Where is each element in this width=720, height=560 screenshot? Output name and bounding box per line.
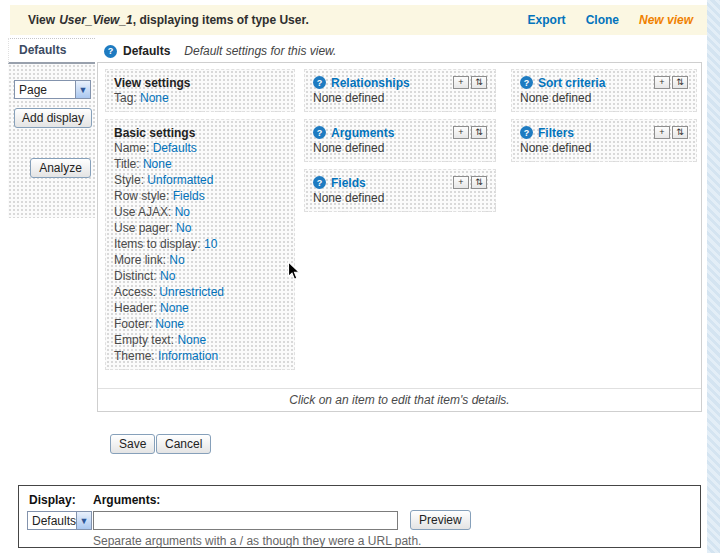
chevron-down-icon: ▼ (75, 81, 90, 98)
help-icon[interactable]: ? (104, 45, 117, 58)
setting-value-link[interactable]: Fields (173, 189, 205, 203)
setting-label: Footer: (114, 317, 152, 331)
view-title-suffix: , displaying items of type User. (133, 13, 309, 27)
fields-title[interactable]: Fields (331, 175, 366, 191)
display-type-select[interactable]: Page ▼ (14, 80, 91, 99)
preview-panel: Display: Arguments: Defaults ▼ Preview S… (18, 485, 701, 548)
rearrange-icon[interactable]: ⇅ (471, 126, 487, 139)
arguments-box: ? Arguments + ⇅ None defined (304, 119, 496, 162)
setting-value-link[interactable]: 10 (204, 237, 217, 251)
panel-footer-note: Click on an item to edit that item's det… (98, 388, 701, 411)
relationships-box: ? Relationships + ⇅ None defined (304, 69, 496, 112)
setting-row: Title: None (114, 156, 286, 172)
setting-value-link[interactable]: None (177, 333, 206, 347)
setting-value-link[interactable]: No (176, 221, 191, 235)
display-controls-sidebar: Page ▼ Add display Analyze (8, 64, 95, 218)
rearrange-icon[interactable]: ⇅ (672, 76, 688, 89)
help-icon[interactable]: ? (313, 126, 326, 139)
setting-value-link[interactable]: Unrestricted (159, 285, 224, 299)
setting-label: Style: (114, 173, 144, 187)
setting-value-link[interactable]: Unformatted (147, 173, 213, 187)
arguments-input[interactable] (93, 511, 398, 530)
display-label: Display: (29, 493, 76, 507)
setting-value-link[interactable]: Defaults (153, 141, 197, 155)
setting-value-link[interactable]: None (155, 317, 184, 331)
setting-row: Name: Defaults (114, 140, 286, 156)
setting-value-link[interactable]: No (160, 269, 175, 283)
help-icon[interactable]: ? (313, 76, 326, 89)
setting-label: Name: (114, 141, 149, 155)
relationships-empty: None defined (313, 90, 487, 106)
rearrange-icon[interactable]: ⇅ (672, 126, 688, 139)
setting-label: Distinct: (114, 269, 157, 283)
setting-label: Use AJAX: (114, 205, 171, 219)
setting-value-link[interactable]: None (140, 91, 169, 105)
display-heading-description: Default settings for this view. (184, 44, 336, 58)
basic-settings-title: Basic settings (114, 125, 195, 141)
setting-label: Header: (114, 301, 157, 315)
clone-link[interactable]: Clone (586, 13, 619, 27)
arguments-label: Arguments: (93, 493, 160, 507)
basic-settings-box: Basic settings Name: Defaults Title: Non… (105, 119, 295, 370)
arguments-title[interactable]: Arguments (331, 125, 394, 141)
filters-empty: None defined (520, 140, 688, 156)
setting-row: Distinct: No (114, 268, 286, 284)
add-icon[interactable]: + (453, 126, 469, 139)
setting-row: Style: Unformatted (114, 172, 286, 188)
sort-criteria-empty: None defined (520, 90, 688, 106)
setting-value-link[interactable]: No (175, 205, 190, 219)
help-icon[interactable]: ? (520, 76, 533, 89)
new-view-link[interactable]: New view (639, 13, 693, 27)
setting-label: Row style: (114, 189, 169, 203)
setting-row: Header: None (114, 300, 286, 316)
setting-label: More link: (114, 253, 166, 267)
setting-value-link[interactable]: Information (158, 349, 218, 363)
add-display-button[interactable]: Add display (14, 108, 92, 128)
help-icon[interactable]: ? (520, 126, 533, 139)
setting-label: Tag: (114, 91, 137, 105)
tab-defaults[interactable]: Defaults (8, 38, 95, 64)
setting-row: Empty text: None (114, 332, 286, 348)
fields-empty: None defined (313, 190, 487, 206)
view-header-bar: ViewUser_View_1, displaying items of typ… (10, 5, 707, 35)
rearrange-icon[interactable]: ⇅ (471, 176, 487, 189)
cancel-button[interactable]: Cancel (156, 434, 211, 454)
preview-display-select[interactable]: Defaults ▼ (27, 511, 92, 530)
preview-button[interactable]: Preview (410, 510, 471, 530)
setting-row: Row style: Fields (114, 188, 286, 204)
setting-row: Use AJAX: No (114, 204, 286, 220)
relationships-title[interactable]: Relationships (331, 75, 410, 91)
setting-label: Use pager: (114, 221, 173, 235)
setting-row: Theme: Information (114, 348, 286, 364)
export-link[interactable]: Export (528, 13, 566, 27)
setting-row-tag: Tag: None (114, 90, 286, 106)
view-title-prefix: View (28, 13, 55, 27)
add-icon[interactable]: + (654, 76, 670, 89)
setting-label: Title: (114, 157, 140, 171)
add-icon[interactable]: + (453, 76, 469, 89)
display-type-value: Page (15, 83, 75, 97)
save-button[interactable]: Save (110, 434, 155, 454)
setting-row: More link: No (114, 252, 286, 268)
page-background-strip (707, 0, 720, 553)
setting-row: Use pager: No (114, 220, 286, 236)
help-icon[interactable]: ? (313, 176, 326, 189)
setting-label: Access: (114, 285, 156, 299)
arguments-empty: None defined (313, 140, 487, 156)
analyze-button[interactable]: Analyze (30, 158, 91, 178)
view-title: ViewUser_View_1, displaying items of typ… (28, 13, 309, 27)
arguments-help-text: Separate arguments with a / as though th… (93, 534, 421, 548)
view-settings-title: View settings (114, 75, 190, 91)
filters-title[interactable]: Filters (538, 125, 574, 141)
add-icon[interactable]: + (453, 176, 469, 189)
header-links: Export Clone New view (528, 13, 693, 27)
display-settings-panel: View settings Tag: None Basic settings N… (97, 62, 702, 412)
sort-criteria-title[interactable]: Sort criteria (538, 75, 605, 91)
setting-value-link[interactable]: None (160, 301, 189, 315)
setting-label: Items to display: (114, 237, 201, 251)
setting-value-link[interactable]: None (143, 157, 172, 171)
setting-value-link[interactable]: No (169, 253, 184, 267)
add-icon[interactable]: + (654, 126, 670, 139)
filters-box: ? Filters + ⇅ None defined (511, 119, 697, 162)
rearrange-icon[interactable]: ⇅ (471, 76, 487, 89)
